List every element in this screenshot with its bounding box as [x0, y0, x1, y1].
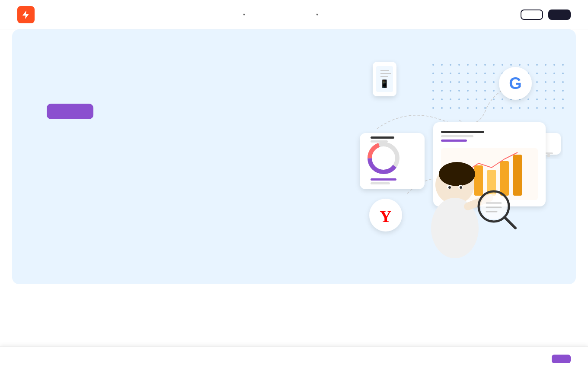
svg-rect-9 — [537, 133, 561, 155]
svg-point-14 — [370, 144, 397, 172]
chevron-down-icon-2: ▾ — [316, 12, 318, 17]
svg-rect-0 — [373, 62, 396, 96]
svg-point-16 — [370, 144, 397, 172]
bolt-icon — [21, 10, 31, 20]
svg-rect-1 — [376, 66, 393, 92]
hero-section: const dotGrid = document.querySelector('… — [12, 29, 576, 284]
svg-line-44 — [505, 217, 515, 228]
logo[interactable] — [17, 6, 39, 23]
svg-rect-22 — [441, 131, 484, 133]
svg-rect-19 — [371, 136, 394, 139]
svg-point-38 — [447, 185, 451, 189]
svg-text:📱: 📱 — [380, 79, 390, 89]
svg-rect-31 — [513, 155, 522, 196]
svg-point-41 — [460, 186, 462, 189]
svg-point-35 — [431, 198, 479, 258]
svg-rect-26 — [448, 181, 457, 196]
hero-title — [47, 55, 315, 83]
logo-icon — [17, 6, 35, 23]
svg-rect-18 — [371, 182, 390, 184]
svg-rect-21 — [433, 122, 546, 206]
svg-point-15 — [370, 144, 397, 172]
svg-point-43 — [481, 193, 507, 219]
svg-rect-24 — [441, 140, 467, 142]
svg-rect-17 — [371, 178, 396, 181]
login-button[interactable] — [521, 10, 543, 20]
svg-point-34 — [435, 165, 474, 204]
svg-point-40 — [448, 186, 451, 189]
svg-rect-12 — [547, 154, 550, 157]
svg-rect-20 — [371, 140, 388, 143]
svg-point-32 — [369, 199, 402, 231]
svg-rect-11 — [544, 152, 553, 154]
navbar: ▾ ▾ — [0, 0, 588, 29]
nav-about[interactable] — [290, 11, 304, 18]
nav-actions — [521, 10, 571, 20]
svg-rect-30 — [500, 161, 509, 196]
chevron-down-icon: ▾ — [243, 12, 245, 17]
svg-line-36 — [468, 198, 489, 206]
svg-rect-25 — [441, 148, 538, 200]
svg-point-37 — [439, 162, 475, 186]
dot-grid-decoration: const dotGrid = document.querySelector('… — [432, 64, 567, 112]
nav-resources[interactable]: ▾ — [307, 9, 325, 20]
nav-faq[interactable] — [256, 11, 269, 18]
svg-rect-28 — [474, 165, 483, 196]
trusted-section — [0, 284, 588, 340]
svg-point-5 — [383, 82, 386, 86]
svg-text:Y: Y — [380, 207, 391, 225]
svg-text:⚡: ⚡ — [542, 137, 555, 149]
svg-rect-23 — [441, 135, 473, 137]
try-free-button[interactable] — [47, 104, 93, 119]
svg-rect-13 — [360, 133, 425, 189]
svg-point-39 — [458, 185, 463, 189]
nav-tools[interactable]: ▾ — [234, 9, 252, 20]
signup-button[interactable] — [548, 10, 571, 20]
hero-content — [47, 55, 315, 119]
nav-links: ▾ ▾ — [234, 9, 325, 20]
svg-rect-29 — [487, 170, 496, 196]
svg-point-42 — [479, 191, 509, 222]
svg-rect-27 — [461, 174, 470, 196]
nav-prices[interactable] — [273, 11, 287, 18]
